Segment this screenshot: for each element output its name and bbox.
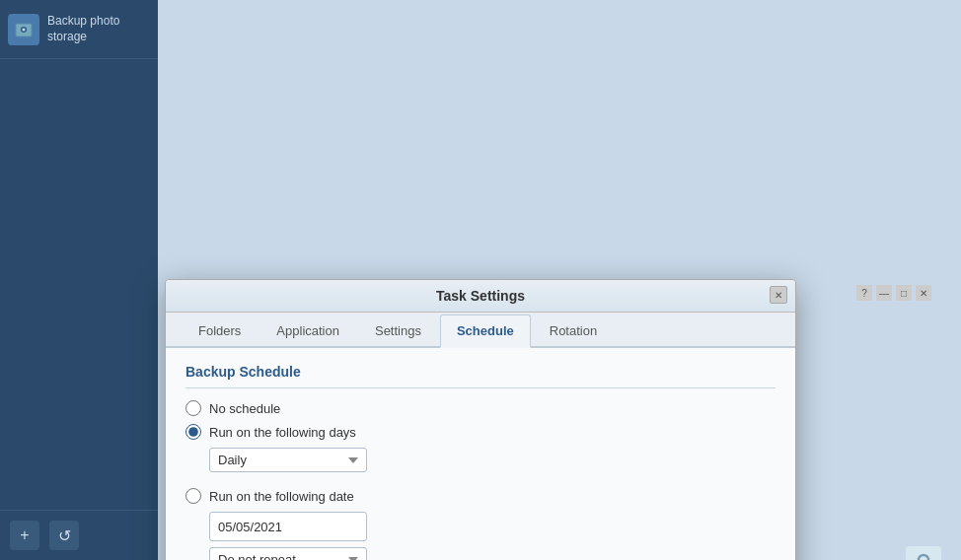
no-schedule-radio[interactable] bbox=[185, 400, 201, 416]
repeat-select[interactable]: Do not repeat Every week Every month Eve… bbox=[209, 547, 367, 560]
window-controls: ? — □ ✕ bbox=[856, 285, 931, 301]
lock-icon bbox=[906, 546, 941, 560]
task-settings-dialog: Task Settings ✕ Folders Application Sett… bbox=[165, 279, 796, 560]
tab-folders[interactable]: Folders bbox=[182, 315, 258, 348]
run-days-label: Run on the following days bbox=[209, 425, 356, 440]
dialog-close-buttons: ✕ bbox=[770, 286, 787, 304]
run-days-row: Run on the following days bbox=[185, 424, 776, 440]
svg-point-2 bbox=[23, 28, 26, 31]
tab-bar: Folders Application Settings Schedule Ro… bbox=[166, 313, 795, 348]
no-schedule-label: No schedule bbox=[209, 401, 280, 416]
daily-dropdown-indent: Daily Weekly Monthly bbox=[209, 448, 776, 472]
minimize-button[interactable]: — bbox=[876, 285, 892, 301]
add-task-button[interactable]: + bbox=[10, 521, 39, 550]
backup-schedule-title: Backup Schedule bbox=[185, 364, 776, 380]
run-days-radio[interactable] bbox=[185, 424, 201, 440]
task-title: Backup photo storage bbox=[47, 14, 150, 44]
daily-frequency-select[interactable]: Daily Weekly Monthly bbox=[209, 448, 367, 472]
dialog-close-button[interactable]: ✕ bbox=[770, 286, 787, 304]
history-button[interactable]: ↺ bbox=[49, 521, 79, 550]
close-button[interactable]: ✕ bbox=[916, 285, 931, 301]
no-schedule-row: No schedule bbox=[185, 400, 776, 416]
run-date-radio[interactable] bbox=[185, 488, 201, 504]
dialog-title: Task Settings bbox=[436, 288, 525, 304]
date-input[interactable] bbox=[210, 516, 367, 538]
schedule-divider bbox=[185, 387, 776, 388]
date-controls-indent: 📅 Do not repeat Every week Every month E… bbox=[209, 512, 776, 560]
date-input-wrapper: 📅 bbox=[209, 512, 367, 541]
sidebar: Backup photo storage + ↺ bbox=[0, 0, 158, 560]
run-date-row: Run on the following date bbox=[185, 488, 776, 504]
sidebar-bottom-bar: + ↺ bbox=[0, 510, 158, 560]
sidebar-task-item[interactable]: Backup photo storage bbox=[0, 0, 158, 59]
schedule-radio-group: No schedule Run on the following days Da… bbox=[185, 400, 776, 560]
run-date-label: Run on the following date bbox=[209, 489, 354, 504]
restore-button[interactable]: □ bbox=[896, 285, 912, 301]
dialog-titlebar: Task Settings ✕ bbox=[166, 280, 795, 313]
tab-application[interactable]: Application bbox=[259, 315, 356, 348]
tab-schedule[interactable]: Schedule bbox=[440, 315, 531, 348]
help-button[interactable]: ? bbox=[856, 285, 872, 301]
dialog-body: Backup Schedule No schedule Run on the f… bbox=[166, 348, 795, 560]
task-icon bbox=[8, 14, 39, 45]
tab-rotation[interactable]: Rotation bbox=[533, 315, 614, 348]
tab-settings[interactable]: Settings bbox=[358, 315, 438, 348]
